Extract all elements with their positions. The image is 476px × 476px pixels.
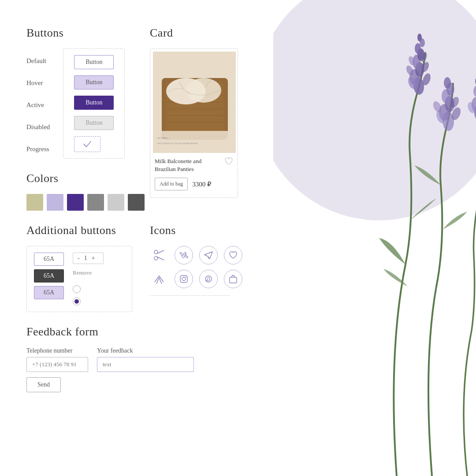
icons-grid xyxy=(150,246,256,288)
svg-line-51 xyxy=(157,257,164,260)
svg-point-7 xyxy=(417,33,422,41)
svg-point-42 xyxy=(186,78,221,103)
product-price: 3300 ₽ xyxy=(192,180,212,188)
svg-point-19 xyxy=(444,77,451,89)
swatch-gray-dark[interactable] xyxy=(128,194,145,211)
label-active: Active xyxy=(26,97,50,113)
arrow-up-icon[interactable] xyxy=(150,270,168,288)
qty-value: 1 xyxy=(84,255,87,262)
size-button-active[interactable]: 65A xyxy=(34,269,64,283)
qty-remove-group: - 1 + Remove xyxy=(73,253,104,305)
phone-label: Telephone number xyxy=(26,347,88,354)
product-image-svg: Le Mon... de la patron ne s'est pas donn… xyxy=(153,52,236,153)
button-demos: Button Button Button Button xyxy=(63,48,125,159)
left-panel: Card xyxy=(0,0,273,476)
button-active[interactable]: Button xyxy=(74,96,114,110)
feedback-group: Your feedback xyxy=(97,347,194,372)
radio-outer-empty[interactable] xyxy=(73,285,81,293)
swatch-lavender-light[interactable] xyxy=(47,194,63,211)
qty-plus[interactable]: + xyxy=(92,255,95,262)
svg-text:de la patron ne s'est pas donn: de la patron ne s'est pas donné demain xyxy=(157,142,198,145)
shopping-bag-icon[interactable] xyxy=(224,270,242,288)
radio-selected[interactable] xyxy=(73,298,104,305)
icons-section-title: Icons xyxy=(150,224,256,237)
card-section: Card xyxy=(150,26,238,198)
svg-point-27 xyxy=(473,86,476,97)
card-title-row: Milk Balconette and Brazilian Panties xyxy=(153,157,235,173)
qty-minus[interactable]: - xyxy=(78,255,80,262)
icons-section: Icons xyxy=(150,224,256,312)
additional-buttons-title: Additional buttons xyxy=(26,224,132,237)
phone-input[interactable] xyxy=(26,357,88,372)
telegram-icon[interactable] xyxy=(199,246,218,264)
svg-line-50 xyxy=(157,250,164,253)
svg-point-49 xyxy=(154,257,158,260)
feedback-title: Feedback form xyxy=(26,325,256,338)
card-section-title: Card xyxy=(150,26,238,40)
feedback-label: Your feedback xyxy=(97,347,194,354)
instagram-icon[interactable] xyxy=(175,270,193,288)
svg-point-55 xyxy=(205,276,212,282)
lavender-illustration xyxy=(273,0,476,476)
label-default: Default xyxy=(26,53,50,69)
svg-point-48 xyxy=(154,250,158,254)
product-card: Le Mon... de la patron ne s'est pas donn… xyxy=(150,48,238,198)
svg-rect-52 xyxy=(180,275,187,283)
send-button[interactable]: Send xyxy=(26,377,61,392)
form-row: Telephone number Your feedback xyxy=(26,347,256,372)
feedback-input[interactable] xyxy=(97,357,194,372)
svg-point-53 xyxy=(182,277,186,281)
right-panel xyxy=(273,0,476,476)
size-button-default[interactable]: 65A xyxy=(34,253,64,266)
add-to-bag-button[interactable]: Add to bag xyxy=(155,178,188,190)
radio-unselected[interactable] xyxy=(73,285,104,293)
size-buttons: 65A 65A 65A xyxy=(34,253,64,299)
card-footer: Add to bag 3300 ₽ xyxy=(153,178,235,190)
button-labels: Default Hover Active Disabled Progress xyxy=(26,48,50,159)
feedback-section: Feedback form Telephone number Your feed… xyxy=(26,325,256,392)
radio-group xyxy=(73,285,104,305)
button-hover[interactable]: Button xyxy=(74,75,114,89)
card-product-name: Milk Balconette and Brazilian Panties xyxy=(155,157,221,173)
button-default[interactable]: Button xyxy=(74,55,114,69)
swatch-beige[interactable] xyxy=(26,194,43,211)
button-disabled: Button xyxy=(74,116,114,130)
label-progress: Progress xyxy=(26,141,50,157)
icons-divider xyxy=(150,295,229,296)
price-currency: ₽ xyxy=(207,181,212,188)
svg-text:Le Mon...: Le Mon... xyxy=(157,136,170,140)
svg-point-54 xyxy=(186,277,186,278)
label-disabled: Disabled xyxy=(26,119,50,135)
additional-buttons-section: Additional buttons 65A 65A 65A - 1 + Rem… xyxy=(26,224,132,312)
additional-buttons-inner: 65A 65A 65A - 1 + Remove xyxy=(26,246,132,312)
swatch-purple-dark[interactable] xyxy=(67,194,84,211)
button-progress[interactable] xyxy=(74,136,100,152)
heart-circle-icon[interactable] xyxy=(224,246,242,264)
whatsapp-icon[interactable] xyxy=(199,270,218,288)
svg-rect-56 xyxy=(230,277,237,283)
phone-group: Telephone number xyxy=(26,347,88,372)
radio-inner-dot xyxy=(74,299,79,304)
scissors-icon[interactable] xyxy=(150,246,168,264)
size-button-hover[interactable]: 65A xyxy=(34,286,64,299)
swatch-gray-light[interactable] xyxy=(108,194,124,211)
label-hover: Hover xyxy=(26,75,50,91)
bottom-columns: Additional buttons 65A 65A 65A - 1 + Rem… xyxy=(26,224,256,312)
quantity-control[interactable]: - 1 + xyxy=(73,253,104,264)
radio-outer-filled[interactable] xyxy=(73,298,81,305)
remove-link[interactable]: Remove xyxy=(73,269,104,276)
swatch-gray-medium[interactable] xyxy=(87,194,104,211)
card-image: Le Mon... de la patron ne s'est pas donn… xyxy=(153,52,236,153)
heart-icon[interactable] xyxy=(224,157,233,165)
price-amount: 3300 xyxy=(192,181,205,188)
vk-icon[interactable] xyxy=(175,246,193,264)
